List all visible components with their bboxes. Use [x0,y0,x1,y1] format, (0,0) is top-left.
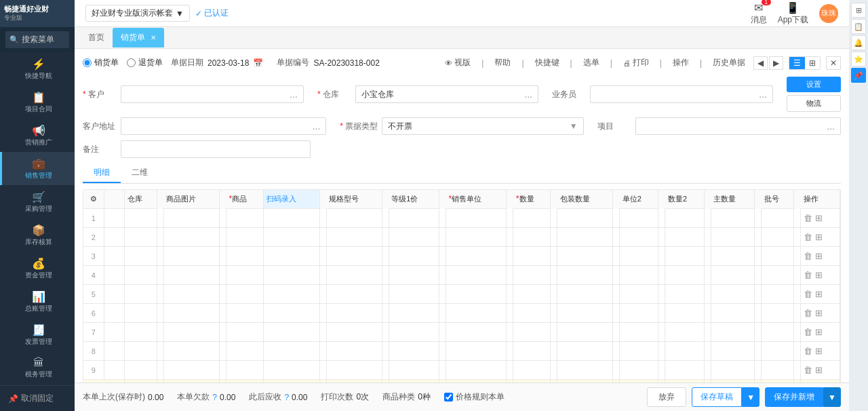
sidebar-item-10[interactable]: 🏛税务管理 [0,351,75,384]
notes-input[interactable] [121,140,311,158]
tab-home[interactable]: 首页 [80,28,113,47]
next-record-button[interactable]: ▶ [769,56,783,70]
col-barcode[interactable]: 扫码录入 [263,190,319,209]
copy-icon[interactable]: ⊞ [815,213,823,223]
copy-icon[interactable]: ⊞ [815,270,823,280]
copy-icon[interactable]: ⊞ [815,232,823,242]
shortcut-button[interactable]: 快捷键 [532,56,562,70]
receivable-help-icon[interactable]: ? [284,393,289,402]
sidebar-item-5[interactable]: 🛒采购管理 [0,185,75,218]
download-icon: 📱 [786,1,800,14]
grid-view-button[interactable]: ☰ [789,57,805,69]
project-input[interactable]: ... [635,117,841,135]
search-menu-button[interactable]: 🔍 搜索菜单 [5,31,69,48]
help-button[interactable]: 帮助 [492,56,513,70]
copy-icon[interactable]: ⊞ [815,327,823,337]
certified-badge: ✓ 已认证 [195,7,229,19]
delete-icon[interactable]: 🗑 [804,232,812,242]
customer-input[interactable]: ... [121,85,304,103]
content-tabs: 明细 二维 [83,163,841,184]
rp-btn-3[interactable]: 🔔 [851,35,866,50]
print-button[interactable]: 🖨 打印 [620,56,652,70]
save-draft-arrow-button[interactable]: ▼ [742,387,760,407]
tab-2d[interactable]: 二维 [121,163,159,183]
copy-icon[interactable]: ⊞ [815,346,823,356]
col-qty: *数量 [513,190,551,209]
calendar-icon[interactable]: 📅 [253,58,263,68]
delete-icon[interactable]: 🗑 [804,289,812,299]
sidebar-item-7[interactable]: 💰资金管理 [0,252,75,285]
abandon-button[interactable]: 放弃 [647,387,686,407]
delete-icon[interactable]: 🗑 [804,308,812,318]
price-check-checkbox[interactable] [444,393,453,402]
radio-sales-order[interactable]: 销货单 [83,57,119,68]
close-window-button[interactable]: ✕ [826,56,841,70]
copy-icon[interactable]: ⊞ [815,365,823,375]
warehouse-input[interactable]: 小宝仓库 ... [355,85,538,103]
delete-icon[interactable]: 🗑 [804,213,812,223]
debt-help-icon[interactable]: ? [212,393,217,402]
col-settings[interactable]: ⚙ [83,190,104,209]
toolbar-right: 👁 视版 | 帮助 | 快捷键 | 选单 | 🖨 打印 | 操作 | 历史单据 … [442,56,841,70]
delete-icon[interactable]: 🗑 [804,251,812,261]
message-button[interactable]: ✉ 1 消息 [751,1,767,26]
sidebar-item-6[interactable]: 📦库存核算 [0,218,75,252]
sidebar-item-4[interactable]: 💼销售管理 [0,152,75,185]
row-num: 4 [83,266,104,285]
customer-picker-icon[interactable]: ... [290,89,298,100]
pin-icon: 📌 [8,394,18,404]
operation-button[interactable]: 操作 [670,56,692,70]
tab-sales-order[interactable]: 销货单 ✕ [113,28,164,47]
logistics-button[interactable]: 物流 [787,95,841,112]
table-scroll[interactable]: ⚙ 仓库 商品图片 *商品 扫码录入 规格型号 等级1价 [83,190,840,383]
radio-return-order[interactable]: 退货单 [127,57,163,68]
company-selector[interactable]: 好业财专业版演示帐套 ▼ [85,5,190,22]
project-label: 项目 [597,121,631,132]
sidebar-item-9[interactable]: 🧾发票管理 [0,318,75,351]
debt-label: 本单欠款 [177,391,210,403]
tab-detail[interactable]: 明细 [83,163,121,183]
rp-btn-1[interactable]: ⊞ [851,3,866,18]
save-draft-button[interactable]: 保存草稿 [692,387,742,407]
last-order-value: 0.00 [148,393,163,402]
company-name: 好业财专业版演示帐套 [92,7,173,19]
settings-button[interactable]: 设置 [787,77,841,92]
sidebar-item-3[interactable]: 📢营销推广 [0,119,75,152]
content-area: 销货单 退货单 单据日期 2023-03-18 📅 单据编号 SA-202303… [75,49,849,383]
row-num: 6 [83,304,104,323]
address-input[interactable]: ... [121,117,326,135]
delete-icon[interactable]: 🗑 [804,346,812,356]
list-view-button[interactable]: ⊞ [805,57,820,69]
copy-icon[interactable]: ⊞ [815,289,823,299]
delete-icon[interactable]: 🗑 [804,365,812,375]
view-button[interactable]: 👁 视版 [442,56,473,70]
save-new-button[interactable]: 保存并新增 [765,387,823,407]
sidebar-item-1[interactable]: ⚡快捷导航 [0,52,75,85]
user-avatar[interactable]: 珠珠 [819,4,838,23]
sidebar-item-8[interactable]: 📊总账管理 [0,285,75,318]
address-picker-icon[interactable]: ... [313,121,321,132]
save-new-arrow-button[interactable]: ▼ [823,387,841,407]
project-field-group: 项目 ... [597,117,841,135]
price-check-text: 价格规则本单 [456,391,505,403]
rp-btn-2[interactable]: 📋 [851,19,866,34]
invoice-select[interactable]: 不开票 ▼ [382,117,583,135]
close-tab-icon[interactable]: ✕ [151,34,156,41]
project-picker-icon[interactable]: ... [827,121,835,132]
delete-icon[interactable]: 🗑 [804,327,812,337]
salesperson-input[interactable]: ... [590,85,773,103]
copy-icon[interactable]: ⊞ [815,251,823,261]
sidebar-item-2[interactable]: 📋项目合同 [0,85,75,119]
history-button[interactable]: 历史单据 [710,56,748,70]
delete-icon[interactable]: 🗑 [804,270,812,280]
unpin-button[interactable]: 📌 取消固定 [5,390,69,407]
copy-icon[interactable]: ⊞ [815,308,823,318]
warehouse-picker-icon[interactable]: ... [524,89,532,100]
select-button[interactable]: 选单 [580,56,602,70]
app-download-button[interactable]: 📱 App下载 [778,1,808,26]
rp-btn-5[interactable]: 📌 [851,68,866,83]
price-check-label[interactable]: 价格规则本单 [444,391,505,403]
salesperson-picker-icon[interactable]: ... [759,89,767,100]
prev-record-button[interactable]: ◀ [753,56,768,70]
rp-btn-4[interactable]: ⭐ [851,52,866,66]
